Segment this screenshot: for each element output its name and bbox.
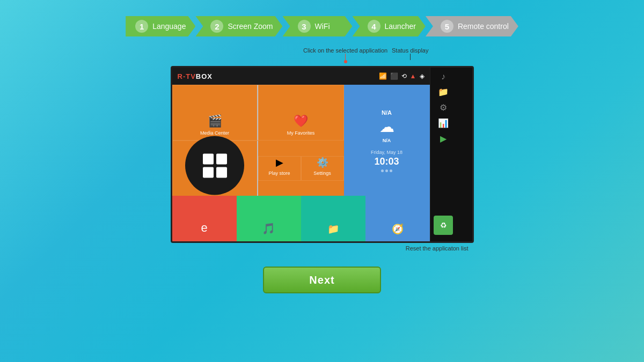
media-center-label: Media Center — [200, 130, 229, 136]
play-store-icon: ▶ — [276, 157, 283, 168]
weather-na2: N/A — [383, 138, 391, 143]
tvbox-container: R-TVBOX 📶 ⬛ ⟲ ▲ ◈ 🎬 Media Cente — [161, 66, 483, 252]
play-store-label: Play store — [268, 171, 290, 176]
apps-circle — [185, 136, 244, 195]
tile-media-center[interactable]: 🎬 Media Center — [172, 85, 258, 141]
step-4-launcher[interactable]: 4 Launcher — [353, 16, 426, 36]
tv-app-grid: 🎬 Media Center ❤️ My Favorites N/A ☁ N/A — [172, 85, 430, 196]
screen-icon: ⬛ — [390, 72, 398, 80]
step-5-label: Remote control — [458, 22, 509, 31]
tv-left-panel: R-TVBOX 📶 ⬛ ⟲ ▲ ◈ 🎬 Media Cente — [172, 68, 430, 241]
tv-right-sidebar: ♪ 📁 ⚙ 📊 ▶ ♻ — [430, 68, 457, 241]
media-center-icon: 🎬 — [208, 114, 222, 128]
main-content: Click on the selected application Status… — [0, 47, 644, 293]
settings-label: Settings — [313, 171, 331, 176]
tile-settings[interactable]: ⚙️ Settings — [301, 156, 344, 181]
tile-my-apps[interactable]: My Apps — [172, 141, 258, 196]
weather-time: 10:03 — [374, 156, 399, 167]
weather-date: Friday, May 18 — [371, 150, 402, 155]
reset-annotation: Reset the applicaton list — [171, 245, 474, 252]
tile-music[interactable]: 🎵 — [237, 196, 301, 241]
tile-play-store[interactable]: ▶ Play store — [258, 156, 301, 181]
music-sidebar-icon: ♪ — [441, 72, 445, 82]
notification-icon: ▲ — [410, 72, 416, 80]
tile-files[interactable]: 📁 — [301, 196, 365, 241]
step-3-wifi[interactable]: 3 WiFi — [283, 16, 353, 36]
step-2-label: Screen Zoom — [228, 22, 273, 31]
signal-icon: ◈ — [420, 72, 425, 80]
reset-button[interactable]: ♻ — [434, 216, 453, 235]
play-sidebar-icon: ▶ — [440, 134, 447, 144]
step-2-number: 2 — [210, 20, 223, 33]
annotation-status-label: Status display — [392, 47, 428, 54]
step-5-number: 5 — [441, 20, 453, 33]
step-3-number: 3 — [298, 20, 311, 33]
wifi-icon: 📶 — [379, 72, 387, 80]
gear-sidebar-icon: ⚙ — [440, 102, 447, 113]
reset-label: Reset the applicaton list — [406, 245, 469, 252]
tile-settings2[interactable]: 🧭 — [365, 196, 430, 241]
tile-my-favorites[interactable]: ❤️ My Favorites — [258, 85, 344, 141]
wizard-steps: 1 Language 2 Screen Zoom 3 WiFi 4 Launch… — [126, 16, 518, 36]
tile-settings-split: ▶ Play store ⚙️ Settings — [258, 141, 344, 196]
step-1-language[interactable]: 1 Language — [126, 16, 195, 36]
step-1-label: Language — [152, 22, 186, 31]
step-2-screenzoom[interactable]: 2 Screen Zoom — [195, 16, 282, 36]
browser-icon: e — [201, 221, 207, 235]
step-4-label: Launcher — [385, 22, 416, 31]
folder-sidebar-icon: 📁 — [438, 87, 449, 97]
tv-status-icons: 📶 ⬛ ⟲ ▲ ◈ — [379, 72, 425, 80]
chart-sidebar-icon: 📊 — [438, 118, 449, 128]
tv-topbar: R-TVBOX 📶 ⬛ ⟲ ▲ ◈ — [172, 68, 430, 85]
tile-weather: N/A ☁ N/A Friday, May 18 10:03 — [344, 85, 430, 196]
compass-icon: 🧭 — [392, 223, 404, 235]
favorites-icon: ❤️ — [294, 114, 308, 128]
files-icon: 📁 — [327, 223, 339, 235]
tvbox-logo: R-TVBOX — [178, 72, 213, 80]
weather-dots — [381, 169, 392, 172]
tvbox-screen: R-TVBOX 📶 ⬛ ⟲ ▲ ◈ 🎬 Media Cente — [171, 66, 474, 243]
music-icon: 🎵 — [262, 222, 275, 235]
weather-na1: N/A — [382, 109, 392, 116]
annotation-click-label: Click on the selected application — [303, 47, 387, 54]
step-4-number: 4 — [368, 20, 380, 33]
apps-grid-icon — [203, 153, 227, 178]
settings-icon: ⚙️ — [317, 157, 328, 168]
weather-cloud-icon: ☁ — [379, 118, 394, 136]
tile-browser[interactable]: e — [172, 196, 237, 241]
step-1-number: 1 — [135, 20, 148, 33]
cast-icon: ⟲ — [401, 72, 407, 80]
next-button[interactable]: Next — [263, 267, 381, 293]
step-5-remotecontrol[interactable]: 5 Remote control — [426, 16, 518, 36]
step-3-label: WiFi — [315, 22, 330, 31]
favorites-label: My Favorites — [287, 130, 315, 136]
